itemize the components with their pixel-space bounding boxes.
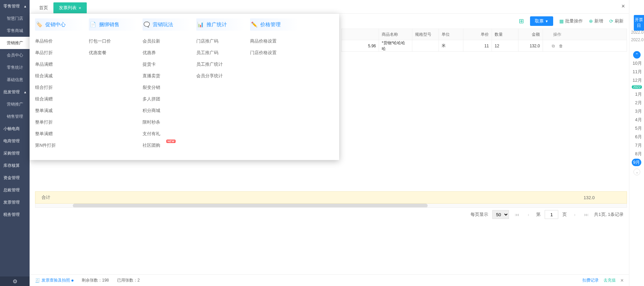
mega-menu: 🏷️ 促销中心 单品特价 单品打折 单品满赠 组合满减 组合打折 组合满赠 整单… bbox=[30, 14, 339, 160]
month-6[interactable]: 6月 bbox=[630, 133, 644, 141]
menu-store-price[interactable]: 门店价格设置 bbox=[250, 47, 304, 59]
close-all-tabs[interactable]: × bbox=[621, 3, 625, 10]
close-icon[interactable]: × bbox=[621, 277, 624, 284]
sidebar-group-label: 零售管理 bbox=[3, 3, 20, 9]
close-icon[interactable]: × bbox=[79, 5, 81, 11]
month-11[interactable]: 11月 bbox=[630, 68, 644, 76]
col-unknown bbox=[342, 29, 379, 40]
sidebar-item-basic-info[interactable]: 基础信息 bbox=[0, 74, 30, 86]
month-9[interactable]: 9月 bbox=[632, 159, 641, 166]
sidebar-group-wholesale[interactable]: 批发管理 ▲ bbox=[0, 86, 30, 98]
month-rail: ⌃ 10月 11月 12月 2022 1月 2月 3月 4月 5月 6月 7月 … bbox=[630, 51, 644, 175]
menu-coupon[interactable]: 优惠券 bbox=[143, 47, 196, 59]
sidebar-item-sales-mgmt[interactable]: 销售管理 bbox=[0, 110, 30, 123]
month-4[interactable]: 4月 bbox=[630, 116, 644, 124]
menu-combo-deal[interactable]: 优惠套餐 bbox=[89, 47, 143, 59]
month-7[interactable]: 7月 bbox=[630, 142, 644, 149]
menu-order-reduce[interactable]: 整单满减 bbox=[35, 105, 89, 116]
col-op: 操作 bbox=[543, 29, 572, 40]
cell-v0: 5.96 bbox=[342, 40, 379, 51]
month-8[interactable]: 8月 bbox=[630, 150, 644, 158]
tab-home[interactable]: 首页 bbox=[34, 2, 53, 13]
page-last-icon[interactable]: ⏭ bbox=[582, 211, 590, 218]
menu-flash-sale[interactable]: 限时秒杀 bbox=[143, 116, 196, 128]
menu-pack-price[interactable]: 打包一口价 bbox=[89, 35, 143, 47]
menu-live-sale[interactable]: 直播卖货 bbox=[143, 70, 196, 82]
topup-link[interactable]: 去充值 bbox=[604, 277, 616, 283]
sidebar-item-retail-stats[interactable]: 零售统计 bbox=[0, 61, 30, 74]
month-2[interactable]: 2月 bbox=[630, 99, 644, 107]
menu-pay-gift[interactable]: 支付有礼 bbox=[143, 128, 196, 140]
batch-button[interactable]: ▦ 批量操作 bbox=[559, 18, 583, 24]
col-amount: 金额 bbox=[518, 29, 543, 40]
sidebar-item-marketing-ws[interactable]: 营销推广 bbox=[0, 98, 30, 110]
menu-points-mall[interactable]: 积分商城 bbox=[143, 105, 196, 116]
month-5[interactable]: 5月 bbox=[630, 125, 644, 132]
month-12[interactable]: 12月 bbox=[630, 77, 644, 84]
month-10[interactable]: 10月 bbox=[630, 60, 644, 67]
menu-store-qr[interactable]: 门店推广码 bbox=[196, 35, 250, 47]
menu-goods-price[interactable]: 商品价格设置 bbox=[250, 35, 304, 47]
menu-nth-discount[interactable]: 第N件打折 bbox=[35, 140, 89, 151]
menu-community-buy[interactable]: 社区团购 NEW bbox=[143, 140, 196, 151]
invoice-check-link[interactable]: 🧾 发票查验及拍照 bbox=[35, 277, 73, 283]
sidebar-item-tax[interactable]: 税务管理 bbox=[0, 208, 30, 221]
page-unit: 页 bbox=[562, 211, 567, 218]
scroll-up-icon[interactable]: ⌃ bbox=[633, 51, 641, 59]
sidebar-group-retail[interactable]: 零售管理 ▲ bbox=[0, 0, 30, 12]
sidebar-settings[interactable]: ⚙ bbox=[0, 276, 30, 286]
menu-single-gift[interactable]: 单品满赠 bbox=[35, 59, 89, 70]
menu-staff-stats[interactable]: 员工推广统计 bbox=[196, 59, 250, 70]
per-page-select[interactable]: 50 bbox=[492, 210, 509, 219]
scrollbar-thumb[interactable] bbox=[73, 204, 428, 208]
qr-scan-icon[interactable]: ⊞ bbox=[519, 17, 524, 25]
sidebar-item-smart-store[interactable]: 智慧门店 bbox=[0, 12, 30, 25]
month-1[interactable]: 1月 bbox=[630, 91, 644, 98]
sidebar-item-retail-mall[interactable]: 零售商城 bbox=[0, 25, 30, 37]
mega-header-stats: 📊 推广统计 bbox=[196, 18, 245, 31]
rail-date-1[interactable]: 2022.0 bbox=[630, 29, 644, 36]
page-input[interactable] bbox=[545, 210, 558, 219]
h-scrollbar[interactable] bbox=[35, 204, 627, 208]
menu-fission[interactable]: 裂变分销 bbox=[143, 82, 196, 93]
edit-icon: ✏️ bbox=[250, 20, 258, 29]
menu-single-special[interactable]: 单品特价 bbox=[35, 35, 89, 47]
menu-member-share[interactable]: 会员分享统计 bbox=[196, 70, 250, 82]
refresh-button[interactable]: ⟳ 刷新 bbox=[609, 18, 624, 24]
page-next-icon[interactable]: › bbox=[571, 211, 578, 218]
add-button[interactable]: ⊕ 新增 bbox=[589, 18, 603, 24]
deduct-link[interactable]: 扣费记录 bbox=[582, 277, 599, 283]
sidebar-item-xiaochang[interactable]: 小畅电商 bbox=[0, 123, 30, 135]
sidebar-item-marketing[interactable]: 营销推广 bbox=[0, 37, 30, 49]
pagination: 每页显示 50 ⏮ ‹ 第 页 › ⏭ 共1页, 1条记录 bbox=[35, 208, 627, 221]
menu-staff-qr[interactable]: 员工推广码 bbox=[196, 47, 250, 59]
sidebar-item-purchase[interactable]: 采购管理 bbox=[0, 147, 30, 159]
sidebar-item-inventory[interactable]: 库存核算 bbox=[0, 159, 30, 172]
rail-date-2[interactable]: 2022.0 bbox=[630, 36, 644, 44]
menu-combo-gift[interactable]: 组合满赠 bbox=[35, 93, 89, 105]
menu-order-gift[interactable]: 整单满赠 bbox=[35, 128, 89, 140]
page-prev-icon[interactable]: ‹ bbox=[525, 211, 532, 218]
tab-invoice-list[interactable]: 发票列表 × bbox=[53, 2, 87, 13]
sidebar-item-ecommerce[interactable]: 电商管理 bbox=[0, 135, 30, 147]
table-row[interactable]: 5.96 *货物*哈哈哈哈 米 11 12 132.0 ⧉ 🗑 bbox=[341, 40, 627, 52]
menu-combo-reduce[interactable]: 组合满减 bbox=[35, 70, 89, 82]
delete-icon[interactable]: 🗑 bbox=[559, 44, 563, 48]
edit-icon[interactable]: ⧉ bbox=[552, 44, 555, 48]
menu-single-discount[interactable]: 单品打折 bbox=[35, 47, 89, 59]
sidebar-item-invoice[interactable]: 发票管理 bbox=[0, 196, 30, 208]
menu-order-discount[interactable]: 整单打折 bbox=[35, 116, 89, 128]
take-invoice-button[interactable]: 取票 ▼ bbox=[530, 16, 553, 26]
scroll-down-icon[interactable]: ⌄ bbox=[633, 169, 640, 175]
page-first-icon[interactable]: ⏮ bbox=[513, 211, 521, 218]
batch-icon: ▦ bbox=[559, 18, 564, 24]
sidebar-item-member-center[interactable]: 会员中心 bbox=[0, 49, 30, 61]
menu-pickup-card[interactable]: 提货卡 bbox=[143, 59, 196, 70]
menu-combo-discount[interactable]: 组合打折 bbox=[35, 82, 89, 93]
sidebar-item-ledger[interactable]: 总账管理 bbox=[0, 184, 30, 196]
file-icon: 🧾 bbox=[35, 278, 40, 283]
month-3[interactable]: 3月 bbox=[630, 108, 644, 115]
menu-group-buy[interactable]: 多人拼团 bbox=[143, 93, 196, 105]
menu-member-invite[interactable]: 会员拉新 bbox=[143, 35, 196, 47]
sidebar-item-funds[interactable]: 资金管理 bbox=[0, 172, 30, 184]
